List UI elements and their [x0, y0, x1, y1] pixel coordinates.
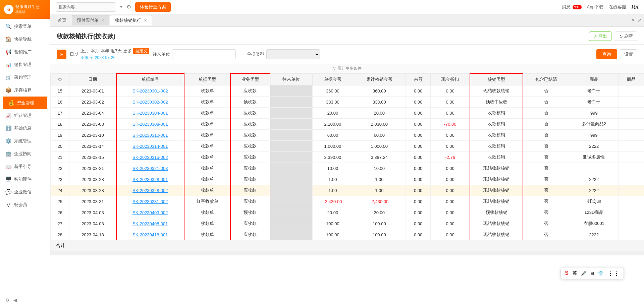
topbar-gear-icon[interactable]: ⚙	[126, 4, 131, 10]
voucher-type-select[interactable]	[266, 49, 320, 59]
topbar-search-input[interactable]	[56, 2, 116, 12]
settings-icon[interactable]: ⚙	[5, 298, 9, 303]
filter-actions: 查询 设置	[596, 49, 637, 59]
voucher-no-link[interactable]: SK-20230403-002	[132, 210, 168, 215]
col-settings-icon[interactable]: ⚙	[51, 73, 69, 85]
tab-prepay[interactable]: 预付应付单 ✕	[72, 15, 109, 25]
sidebar-label-operation: 经营管理	[14, 113, 32, 119]
date-custom-btn[interactable]: 自定义	[133, 48, 149, 54]
sidebar-item-search[interactable]: 🔍搜索菜单	[0, 20, 50, 33]
cell-voucher-type: 收款单	[184, 229, 230, 240]
expand-more-bar[interactable]: ∨ 展开更多条件	[50, 64, 644, 73]
sidebar-item-basic[interactable]: ℹ️基础信息	[0, 122, 50, 135]
cell-include-settled: 否	[523, 97, 569, 108]
cell-goods	[569, 163, 619, 174]
ime-mic-icon[interactable]: 🎤	[581, 271, 586, 276]
cell-amount: 2,100.00	[313, 119, 353, 130]
voucher-no-link[interactable]: SK-20230308-001	[132, 122, 168, 127]
sidebar-item-purchase[interactable]: 🛒采购管理	[0, 71, 50, 84]
collapse-icon[interactable]: ◀	[13, 298, 17, 303]
cell-biz-type: 应收款	[230, 218, 270, 229]
operation-icon: 📈	[5, 113, 11, 119]
date-this-year[interactable]: 本年	[101, 48, 109, 54]
sidebar-item-inventory[interactable]: 📦库存核算	[0, 84, 50, 97]
industry-btn[interactable]: 体验行业方案	[135, 2, 171, 12]
date-this-month[interactable]: 本月	[91, 48, 99, 54]
query-btn[interactable]: 查询	[596, 49, 617, 59]
ime-brand[interactable]: 英	[573, 270, 577, 276]
sidebar-item-finance[interactable]: 💰资金管理	[3, 97, 47, 109]
sidebar-item-operation[interactable]: 📈经营管理	[0, 109, 50, 122]
voucher-no-link[interactable]: SK-20230302-002	[132, 100, 168, 105]
tab-prepay-close[interactable]: ✕	[101, 18, 104, 23]
export-btn[interactable]: ↗ 导出	[589, 32, 611, 41]
cell-voucher-no: SK-20230304-001	[116, 108, 184, 119]
tab-collection-close[interactable]: ✕	[144, 18, 147, 23]
voucher-no-link[interactable]: SK-20230331-002	[132, 199, 168, 204]
voucher-no-link[interactable]: SK-20230310-001	[132, 133, 168, 138]
sidebar-item-hardware[interactable]: 🖥️智能硬件	[0, 173, 50, 186]
voucher-no-link[interactable]: SK-20230321-003	[132, 166, 168, 171]
cell-voucher-no: SK-20230315-002	[116, 152, 184, 163]
cell-goods2	[619, 141, 644, 152]
counterparty-dots[interactable]: ···	[238, 52, 244, 57]
cell-voucher-type: 收款单	[184, 152, 230, 163]
ime-apps-icon[interactable]: ⋮⋮	[607, 269, 620, 277]
app-download-link[interactable]: App下载	[587, 4, 603, 10]
tab-expand[interactable]: ⤢	[638, 18, 641, 23]
sidebar-item-wechat[interactable]: 💬企业微信	[0, 186, 50, 198]
table-row: 25 2023-03-31 SK-20230331-002 红字收款单 应收款 …	[51, 196, 644, 207]
sidebar-label-system: 系统管理	[14, 138, 32, 144]
date-more[interactable]: 更多	[123, 48, 132, 54]
cell-include-settled: 否	[523, 141, 569, 152]
voucher-no-link[interactable]: SK-20230304-001	[132, 111, 168, 116]
cell-no: 25	[51, 196, 69, 207]
cell-include-settled: 否	[523, 163, 569, 174]
sidebar-item-sales[interactable]: 📊销售管理	[0, 58, 50, 71]
ime-grid-icon[interactable]: ⊞	[590, 271, 594, 276]
search-icon: 🔍	[5, 23, 11, 29]
cell-writeoff-type: 现结收款核销	[470, 163, 523, 174]
col-voucher-type: 单据类型	[184, 73, 230, 85]
sidebar-item-system[interactable]: ⚙️系统管理	[0, 135, 50, 147]
counterparty-input[interactable]	[172, 49, 236, 59]
settings-btn[interactable]: 设置	[620, 49, 637, 59]
cell-goods: 2222	[569, 185, 619, 196]
sidebar-item-marketing[interactable]: 📢营销推广	[0, 46, 50, 58]
sidebar-item-member[interactable]: V畅会员	[0, 198, 50, 211]
date-last-month[interactable]: 上月	[80, 48, 89, 54]
sidebar-item-guide[interactable]: 📖新手引导	[0, 160, 50, 173]
online-service-link[interactable]: 在线客服	[609, 4, 626, 10]
date-7days[interactable]: 近7天	[111, 48, 122, 54]
voucher-no-link[interactable]: SK-20230408-001	[132, 221, 168, 226]
refresh-btn[interactable]: ↻ 刷新	[615, 32, 637, 41]
cell-date: 2023-03-21	[69, 163, 116, 174]
topbar: ▾ ⚙ 体验行业方案 消息 99+ App下载 在线客服 Rit	[50, 0, 644, 14]
tab-collection[interactable]: 收款核销执行 ✕	[110, 15, 152, 25]
voucher-no-link[interactable]: SK-20230328-001	[132, 177, 168, 182]
cell-cash-discount: 0.00	[431, 218, 470, 229]
voucher-no-link[interactable]: SK-20230301-002	[132, 88, 168, 94]
cell-balance: 0.00	[406, 196, 431, 207]
cell-no: 26	[51, 207, 69, 218]
date-label: 日期	[70, 51, 78, 57]
messages-link[interactable]: 消息 99+	[562, 4, 582, 10]
ime-shirt-icon[interactable]: 👕	[598, 271, 603, 276]
tab-collection-label: 收款核销执行	[115, 17, 141, 23]
cell-date: 2023-03-02	[69, 97, 116, 108]
voucher-no-link[interactable]: SK-20230418-001	[132, 232, 168, 237]
topbar-dropdown-icon[interactable]: ▾	[120, 4, 122, 9]
cell-writeoff-type: 现结收款核销	[470, 218, 523, 229]
tab-home[interactable]: 首页	[53, 15, 71, 25]
cell-voucher-type: 收款单	[184, 85, 230, 97]
voucher-no-link[interactable]: SK-20230314-001	[132, 144, 168, 149]
sidebar-label-basic: 基础信息	[14, 125, 32, 131]
voucher-no-link[interactable]: SK-20230328-002	[132, 188, 168, 193]
tab-window-close[interactable]: ✕	[631, 18, 635, 23]
sidebar-item-quicknav[interactable]: 🏠快捷导航	[0, 33, 50, 46]
table-scrollbar[interactable]	[50, 251, 644, 255]
sidebar-item-enterprise[interactable]: 🏢企业协同	[0, 147, 50, 160]
voucher-no-link[interactable]: SK-20230315-002	[132, 155, 168, 160]
filter-expand-btn[interactable]: »	[57, 50, 66, 59]
sidebar-logo-name: 畅康道好生意	[15, 4, 40, 10]
